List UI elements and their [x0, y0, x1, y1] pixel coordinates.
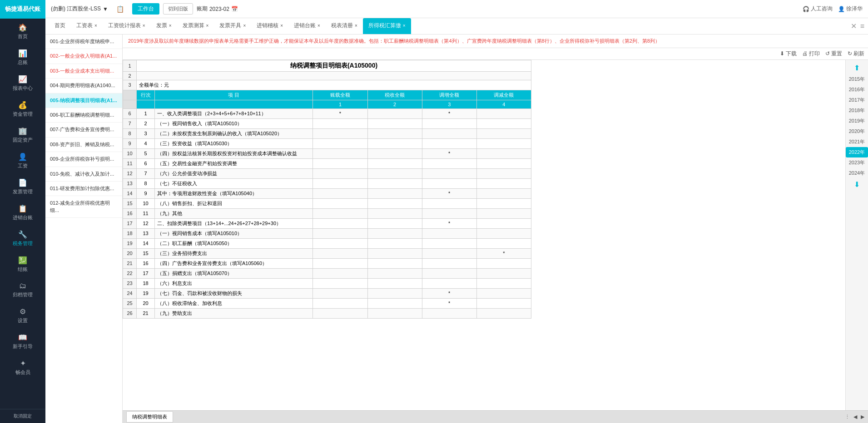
sidebar-item-payroll[interactable]: 👤 工资 [0, 148, 45, 174]
row-c1[interactable] [313, 178, 367, 188]
row-c2[interactable] [367, 148, 422, 158]
tab-close-payroll[interactable]: × [94, 23, 97, 28]
row-c1[interactable] [313, 308, 367, 318]
tab-close-invoice-calc[interactable]: × [206, 23, 209, 28]
row-c1[interactable] [313, 138, 367, 148]
left-item-001[interactable]: 001-企业所得税年度纳税申... [45, 34, 122, 49]
row-c4[interactable] [476, 308, 531, 318]
tab-invoice-calc[interactable]: 发票测算 × [177, 18, 214, 34]
row-c4[interactable] [476, 178, 531, 188]
row-c4[interactable] [476, 238, 531, 248]
row-c3[interactable] [422, 118, 476, 128]
sidebar-item-purchase-sales[interactable]: 📋 进销台账 [0, 200, 45, 226]
row-c3[interactable] [422, 138, 476, 148]
row-c2[interactable] [367, 228, 422, 238]
row-c3[interactable] [422, 228, 476, 238]
row-c2[interactable] [367, 168, 422, 178]
year-2018[interactable]: 2018年 [846, 105, 868, 116]
tab-close-payroll-stats[interactable]: × [143, 23, 145, 28]
row-c4[interactable] [476, 198, 531, 208]
sidebar-item-archive[interactable]: 🗂 归档管理 [0, 277, 45, 303]
sidebar-item-home[interactable]: 🏠 首页 [0, 19, 45, 44]
row-c1[interactable] [313, 158, 367, 168]
sidebar-item-close[interactable]: 💹 结账 [0, 251, 45, 277]
scroll-left-icon[interactable]: ◀ [853, 414, 857, 420]
tab-income-tax[interactable]: 所得税汇算缴 × [363, 18, 411, 34]
sheet-table-container[interactable]: 1 纳税调整项目明细表(A105000) 2 3 全额单位 [123, 60, 845, 411]
tab-payroll-stats[interactable]: 工资统计报表 × [103, 18, 151, 34]
row-c2[interactable] [367, 178, 422, 188]
row-c4[interactable] [476, 268, 531, 278]
row-c1[interactable] [313, 298, 367, 308]
row-c3[interactable]: * [422, 108, 476, 118]
row-c2[interactable] [367, 158, 422, 168]
row-c3[interactable] [422, 198, 476, 208]
row-c1[interactable] [313, 248, 367, 258]
year-2017[interactable]: 2017年 [846, 95, 868, 105]
tab-tax-clear[interactable]: 税表清册 × [326, 18, 363, 34]
row-c4[interactable] [476, 278, 531, 288]
row-c4[interactable] [476, 258, 531, 268]
row-c2[interactable] [367, 278, 422, 288]
row-c1[interactable] [313, 148, 367, 158]
row-c2[interactable] [367, 288, 422, 298]
row-c3[interactable] [422, 278, 476, 288]
sidebar-item-settings[interactable]: ⚙ 设置 [0, 303, 45, 329]
sidebar-item-member[interactable]: ✦ 畅会员 [0, 354, 45, 380]
row-c3[interactable] [422, 308, 476, 318]
year-2024[interactable]: 2024年 [846, 168, 868, 178]
year-2015[interactable]: 2015年 [846, 74, 868, 84]
row-c3[interactable] [422, 168, 476, 178]
row-c1[interactable] [313, 168, 367, 178]
sidebar-item-ledger[interactable]: 📊 总账 [0, 44, 45, 70]
row-c1[interactable] [313, 128, 367, 138]
row-c1[interactable] [313, 228, 367, 238]
row-c4[interactable] [476, 158, 531, 168]
row-c2[interactable] [367, 308, 422, 318]
row-c2[interactable] [367, 108, 422, 118]
tab-close-invoice-issue[interactable]: × [243, 23, 246, 28]
left-item-006[interactable]: 006-职工薪酬纳税调整明细... [45, 108, 122, 123]
left-item-008[interactable]: 008-资产折旧、摊销及纳税... [45, 138, 122, 152]
row-c1[interactable] [313, 288, 367, 298]
left-item-011[interactable]: 011-研发费用加计扣除优惠... [45, 182, 122, 196]
sidebar-item-reports[interactable]: 📈 报表中心 [0, 70, 45, 96]
tab-close-purchase-check[interactable]: × [280, 23, 283, 28]
row-c3[interactable] [422, 248, 476, 258]
row-c1[interactable] [313, 238, 367, 248]
workbench-button[interactable]: 工作台 [132, 3, 159, 15]
row-c2[interactable] [367, 198, 422, 208]
row-c4[interactable] [476, 228, 531, 238]
copy-button[interactable]: 📋 [112, 4, 129, 15]
row-c1[interactable] [313, 218, 367, 228]
row-c2[interactable] [367, 238, 422, 248]
reset-button[interactable]: ↺ 重置 [825, 50, 842, 58]
refresh-button[interactable]: ↻ 刷新 [848, 50, 864, 58]
row-c2[interactable] [367, 268, 422, 278]
tab-more[interactable]: ≡ [860, 22, 864, 30]
tab-close-invoice[interactable]: × [169, 23, 172, 28]
user-profile[interactable]: 👤 徐泽华 [838, 5, 863, 13]
row-c4[interactable] [476, 188, 531, 198]
sidebar-unpin[interactable]: 取消固定 [0, 409, 45, 423]
row-c2[interactable] [367, 128, 422, 138]
tab-invoice[interactable]: 发票 × [151, 18, 177, 34]
row-c4[interactable] [476, 118, 531, 128]
sidebar-item-assets[interactable]: 🏢 固定资产 [0, 122, 45, 148]
tab-close-income-tax[interactable]: × [403, 23, 406, 28]
row-c4[interactable] [476, 298, 531, 308]
row-c1[interactable] [313, 258, 367, 268]
row-c1[interactable] [313, 188, 367, 198]
row-c1[interactable] [313, 278, 367, 288]
user-service[interactable]: 🎧 人工咨询 [803, 5, 833, 13]
row-c4[interactable] [476, 108, 531, 118]
left-item-005[interactable]: 005-纳税调整项目明细表(A1... [45, 93, 122, 108]
print-button[interactable]: 🖨 打印 [802, 50, 820, 58]
left-item-002[interactable]: 002-一般企业收入明细表(A1... [45, 49, 122, 64]
row-c4[interactable] [476, 148, 531, 158]
year-2023[interactable]: 2023年 [846, 157, 868, 168]
tab-invoice-issue[interactable]: 发票开具 × [214, 18, 251, 34]
calendar-icon[interactable]: 📅 [231, 6, 238, 12]
left-item-012[interactable]: 012-减免企业所得税优惠明细... [45, 196, 122, 218]
row-c2[interactable] [367, 138, 422, 148]
